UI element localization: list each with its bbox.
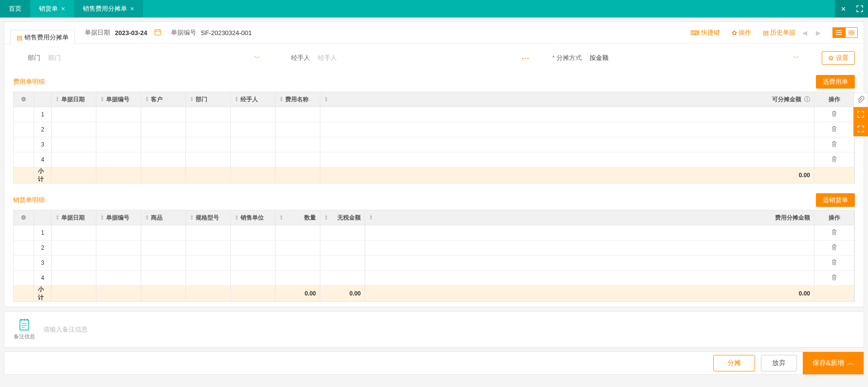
- history-button[interactable]: ▤历史单据: [763, 28, 795, 37]
- svg-rect-1: [849, 30, 851, 32]
- section2-title: 销货单明细: [13, 196, 45, 204]
- main-panel: ▤ 销售费用分摊单 单据日期 2023-03-24 单据编号 SF-202303…: [4, 21, 864, 307]
- grid-icon: [849, 30, 854, 35]
- table-row[interactable]: 2: [14, 122, 854, 137]
- window-close-button[interactable]: ✕: [835, 0, 851, 18]
- help-icon[interactable]: ⓘ: [804, 95, 810, 104]
- tab-home[interactable]: 首页: [0, 0, 30, 18]
- close-icon[interactable]: ✕: [61, 6, 65, 12]
- sort-icon: ▲▼: [235, 215, 239, 221]
- handler-select[interactable]: 经手人 ···: [315, 51, 533, 65]
- allocate-button[interactable]: 分摊: [713, 355, 755, 371]
- gear-icon: ⚙: [21, 96, 26, 103]
- handler-placeholder: 经手人: [318, 54, 337, 62]
- row-number: 4: [34, 271, 52, 285]
- table-row[interactable]: 3: [14, 137, 854, 152]
- col-dept[interactable]: ▲▼部门: [186, 92, 231, 107]
- sort-icon: ▲▼: [145, 96, 149, 102]
- table-row[interactable]: 4: [14, 271, 854, 286]
- col-code[interactable]: ▲▼单据编号: [96, 210, 141, 225]
- table-row[interactable]: 1: [14, 107, 854, 122]
- col-ops: 操作: [814, 210, 854, 225]
- col-amount[interactable]: ▲▼无税金额: [320, 210, 365, 225]
- delete-icon[interactable]: [831, 229, 837, 237]
- ops-button[interactable]: ✿操作: [732, 28, 751, 37]
- col-qty[interactable]: ▲▼数量: [276, 210, 320, 225]
- row-number: 2: [34, 122, 52, 137]
- save-and-new-button[interactable]: 保存&新增 ︿: [803, 352, 864, 374]
- table-row[interactable]: 3: [14, 256, 854, 271]
- delete-icon[interactable]: [831, 274, 837, 282]
- table-row[interactable]: 1: [14, 225, 854, 240]
- method-value: 按金额: [590, 54, 609, 62]
- remark-label: 备注信息: [14, 333, 35, 340]
- fee-subtotal-row: 小计 0.00: [14, 167, 854, 183]
- gear-column[interactable]: ⚙: [14, 210, 34, 225]
- svg-rect-3: [849, 33, 851, 35]
- page-tab-label: 销售费用分摊单: [24, 33, 69, 42]
- expand-button-1[interactable]: [853, 107, 868, 122]
- shortcut-button[interactable]: ⌨快捷键: [690, 28, 720, 37]
- section1-head: 费用单明细 选费用单: [4, 72, 864, 92]
- delete-icon[interactable]: [831, 111, 837, 118]
- sales-table-head: ⚙ ▲▼单据日期 ▲▼单据编号 ▲▼商品 ▲▼规格型号 ▲▼销售单位 ▲▼数量 …: [14, 210, 854, 225]
- col-customer[interactable]: ▲▼客户: [141, 92, 186, 107]
- col-feename[interactable]: ▲▼费用名称: [276, 92, 320, 107]
- dept-select[interactable]: 部门 ﹀: [45, 51, 263, 65]
- keyboard-icon: ⌨: [690, 29, 700, 37]
- view-grid-button[interactable]: [845, 27, 858, 38]
- select-fee-bill-button[interactable]: 选费用单: [816, 75, 855, 89]
- delete-icon[interactable]: [831, 126, 837, 133]
- delete-icon[interactable]: [831, 156, 837, 164]
- svg-rect-5: [20, 320, 29, 330]
- expand-icon: [857, 111, 864, 118]
- sales-table: ⚙ ▲▼单据日期 ▲▼单据编号 ▲▼商品 ▲▼规格型号 ▲▼销售单位 ▲▼数量 …: [13, 210, 855, 302]
- calendar-icon[interactable]: [154, 29, 161, 37]
- col-amount[interactable]: ▲▼可分摊金额ⓘ: [320, 92, 814, 107]
- col-alloc[interactable]: ▲▼费用分摊金额: [365, 210, 814, 225]
- expand-button-2[interactable]: [853, 122, 868, 136]
- svg-rect-2: [852, 30, 854, 32]
- col-handler[interactable]: ▲▼经手人: [231, 92, 276, 107]
- date-value[interactable]: 2023-03-24: [115, 29, 148, 37]
- select-sales-bill-button[interactable]: 选销货单: [816, 193, 855, 207]
- tab-sales-order[interactable]: 销货单 ✕: [30, 0, 74, 18]
- window-fullscreen-button[interactable]: [851, 0, 868, 18]
- handler-label: 经手人: [283, 54, 310, 62]
- col-date[interactable]: ▲▼单据日期: [52, 92, 96, 107]
- col-product[interactable]: ▲▼商品: [141, 210, 186, 225]
- close-icon[interactable]: ✕: [130, 6, 134, 12]
- attachment-button[interactable]: [853, 92, 868, 107]
- tab-sales-fee-alloc[interactable]: 销售费用分摊单 ✕: [74, 0, 143, 18]
- table-row[interactable]: 4: [14, 152, 854, 167]
- col-date[interactable]: ▲▼单据日期: [52, 210, 96, 225]
- view-list-button[interactable]: [832, 27, 845, 38]
- remark-panel: 备注信息: [4, 311, 864, 348]
- col-code[interactable]: ▲▼单据编号: [96, 92, 141, 107]
- page-tab[interactable]: ▤ 销售费用分摊单: [10, 30, 75, 45]
- delete-icon[interactable]: [831, 244, 837, 252]
- code-value: SF-20230324-001: [201, 29, 252, 37]
- discard-button[interactable]: 放弃: [761, 355, 797, 371]
- footer-bar: 分摊 放弃 保存&新增 ︿: [4, 351, 864, 375]
- fullscreen-icon: [856, 5, 863, 12]
- gear-column[interactable]: ⚙: [14, 92, 34, 107]
- settings-button[interactable]: ⚙ 设置: [822, 51, 855, 65]
- sales-subtotal-row: 小计 0.00 0.00 0.00: [14, 286, 854, 301]
- fee-table: ⚙ ▲▼单据日期 ▲▼单据编号 ▲▼客户 ▲▼部门 ▲▼经手人 ▲▼费用名称 ▲…: [13, 92, 855, 184]
- gear-icon: ✿: [732, 29, 737, 37]
- remark-input[interactable]: [43, 326, 856, 333]
- code-label: 单据编号: [171, 28, 196, 37]
- form-row: 部门 部门 ﹀ 经手人 经手人 ··· 分摊方式 按金额 ﹀ ⚙ 设置: [4, 43, 864, 72]
- sort-icon: ▲▼: [190, 96, 194, 102]
- col-unit[interactable]: ▲▼销售单位: [231, 210, 276, 225]
- delete-icon[interactable]: [831, 259, 837, 267]
- notes-icon: [19, 318, 30, 331]
- tab-label: 销售费用分摊单: [83, 4, 127, 13]
- table-row[interactable]: 2: [14, 240, 854, 256]
- delete-icon[interactable]: [831, 141, 837, 148]
- method-select[interactable]: 按金额 ﹀: [587, 51, 802, 65]
- gear-icon: ⚙: [828, 55, 834, 62]
- col-spec[interactable]: ▲▼规格型号: [186, 210, 231, 225]
- sort-icon: ▲▼: [145, 215, 149, 221]
